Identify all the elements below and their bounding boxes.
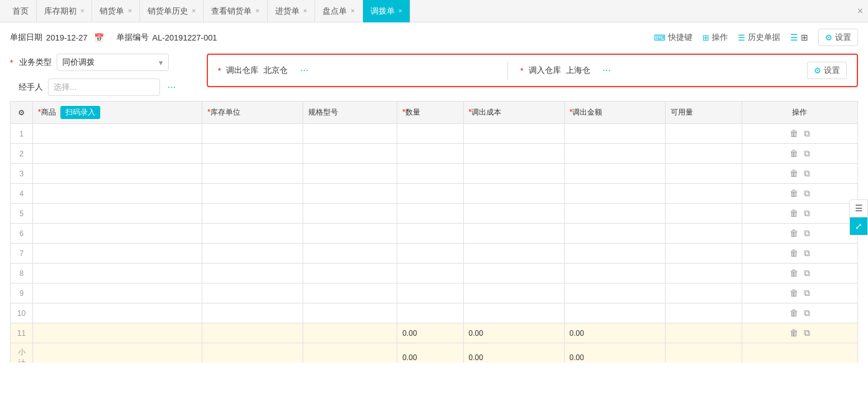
tab-close-purchase[interactable]: × [303, 7, 307, 14]
spec-cell[interactable] [303, 303, 397, 323]
spec-cell[interactable] [303, 323, 397, 343]
unit-cell[interactable] [202, 124, 303, 144]
product-cell[interactable] [33, 323, 202, 343]
unit-cell[interactable] [202, 224, 303, 244]
amount-cell[interactable] [564, 303, 665, 323]
qty-cell[interactable] [397, 264, 463, 283]
shortcut-button[interactable]: ⌨ 快捷键 [654, 32, 692, 43]
out-wh-more-button[interactable]: ··· [300, 65, 308, 76]
amount-cell[interactable] [564, 184, 665, 204]
qty-cell[interactable] [397, 283, 463, 303]
tab-close-stocktake[interactable]: × [351, 7, 354, 14]
spec-cell[interactable] [303, 224, 397, 244]
copy-icon[interactable]: ⧉ [804, 328, 810, 338]
copy-icon[interactable]: ⧉ [804, 308, 810, 318]
unit-cell[interactable] [202, 164, 303, 184]
tab-purchase[interactable]: 进货单 × [268, 0, 315, 22]
cost-cell[interactable]: 0.00 [463, 323, 564, 343]
product-cell[interactable] [33, 184, 202, 204]
spec-cell[interactable] [303, 204, 397, 224]
available-cell[interactable] [665, 303, 742, 323]
available-cell[interactable] [665, 224, 742, 244]
spec-cell[interactable] [303, 283, 397, 303]
qty-cell[interactable]: 0.00 [397, 323, 463, 343]
delete-icon[interactable]: 🗑 [790, 288, 798, 298]
float-list-button[interactable]: ☰ [850, 200, 867, 217]
delete-icon[interactable]: 🗑 [790, 208, 798, 218]
qty-cell[interactable] [397, 244, 463, 264]
handler-more-button[interactable]: ··· [167, 82, 176, 93]
available-cell[interactable] [665, 244, 742, 264]
in-wh-more-button[interactable]: ··· [603, 65, 611, 76]
copy-icon[interactable]: ⧉ [804, 288, 810, 298]
float-expand-button[interactable]: ⤢ [850, 217, 867, 235]
copy-icon[interactable]: ⧉ [804, 188, 810, 198]
unit-cell[interactable] [202, 283, 303, 303]
product-cell[interactable] [33, 264, 202, 283]
cost-cell[interactable] [463, 264, 564, 283]
tab-view-sales[interactable]: 查看销货单 × [204, 0, 267, 22]
tab-close-transfer[interactable]: × [399, 7, 402, 14]
table-wrapper[interactable]: ⚙ *商品 扫码录入 *库存单位 规格型号 *数量 *调出成本 *调出金额 [0, 101, 868, 363]
available-cell[interactable] [665, 164, 742, 184]
tab-transfer[interactable]: 调拨单 × [363, 0, 410, 22]
settings-button[interactable]: ⚙ 设置 [818, 29, 858, 46]
delete-icon[interactable]: 🗑 [790, 228, 798, 238]
scan-barcode-button[interactable]: 扫码录入 [60, 106, 100, 119]
copy-icon[interactable]: ⧉ [804, 128, 810, 138]
product-cell[interactable] [33, 283, 202, 303]
delete-icon[interactable]: 🗑 [790, 188, 798, 198]
unit-cell[interactable] [202, 323, 303, 343]
layout-list-icon[interactable]: ☰ [790, 32, 798, 42]
delete-icon[interactable]: 🗑 [790, 268, 798, 278]
qty-cell[interactable] [397, 224, 463, 244]
cost-cell[interactable] [463, 244, 564, 264]
spec-cell[interactable] [303, 264, 397, 283]
product-cell[interactable] [33, 164, 202, 184]
spec-cell[interactable] [303, 144, 397, 164]
copy-icon[interactable]: ⧉ [804, 148, 810, 158]
tab-sales-order[interactable]: 销货单 × [92, 0, 139, 22]
amount-cell[interactable] [564, 244, 665, 264]
tab-close-sales-history[interactable]: × [192, 7, 196, 14]
history-button[interactable]: ☰ 历史单据 [738, 32, 780, 43]
qty-cell[interactable] [397, 124, 463, 144]
ops-button[interactable]: ⊞ 操作 [702, 32, 728, 43]
unit-cell[interactable] [202, 204, 303, 224]
product-cell[interactable] [33, 244, 202, 264]
qty-cell[interactable] [397, 204, 463, 224]
delete-icon[interactable]: 🗑 [790, 168, 798, 178]
available-cell[interactable] [665, 323, 742, 343]
tab-sales-history[interactable]: 销货单历史 × [140, 0, 204, 22]
spec-cell[interactable] [303, 124, 397, 144]
cost-cell[interactable] [463, 303, 564, 323]
available-cell[interactable] [665, 184, 742, 204]
delete-icon[interactable]: 🗑 [790, 328, 798, 338]
unit-cell[interactable] [202, 144, 303, 164]
cost-cell[interactable] [463, 204, 564, 224]
tab-close-sales[interactable]: × [128, 7, 131, 14]
delete-icon[interactable]: 🗑 [790, 308, 798, 318]
unit-cell[interactable] [202, 184, 303, 204]
delete-icon[interactable]: 🗑 [790, 148, 798, 158]
copy-icon[interactable]: ⧉ [804, 268, 810, 278]
available-cell[interactable] [665, 124, 742, 144]
available-cell[interactable] [665, 144, 742, 164]
product-cell[interactable] [33, 124, 202, 144]
available-cell[interactable] [665, 264, 742, 283]
biz-type-select[interactable]: 同价调拨 ▾ [57, 54, 169, 71]
amount-cell[interactable] [564, 124, 665, 144]
available-cell[interactable] [665, 283, 742, 303]
unit-cell[interactable] [202, 244, 303, 264]
unit-cell[interactable] [202, 264, 303, 283]
copy-icon[interactable]: ⧉ [804, 208, 810, 218]
copy-icon[interactable]: ⧉ [804, 228, 810, 238]
product-cell[interactable] [33, 303, 202, 323]
amount-cell[interactable] [564, 164, 665, 184]
product-cell[interactable] [33, 204, 202, 224]
tab-inventory-init[interactable]: 库存期初 × [37, 0, 92, 22]
amount-cell[interactable] [564, 224, 665, 244]
amount-cell[interactable] [564, 144, 665, 164]
window-close-button[interactable]: × [857, 6, 863, 17]
tab-stocktake[interactable]: 盘点单 × [315, 0, 362, 22]
